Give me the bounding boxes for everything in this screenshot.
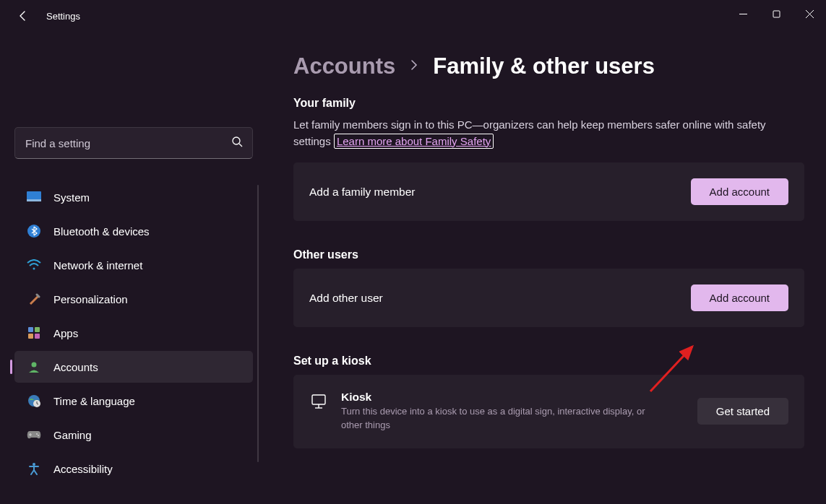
svg-rect-10 [28,327,33,332]
bluetooth-icon [26,223,42,239]
kiosk-get-started-button[interactable]: Get started [697,398,788,425]
sidebar-item-system[interactable]: System [14,181,253,213]
add-other-user-card: Add other user Add account [293,269,804,327]
family-description: Let family members sign in to this PC—or… [293,117,804,149]
other-users-heading: Other users [293,248,804,261]
add-other-user-label: Add other user [309,292,383,305]
search-input[interactable] [14,127,253,159]
sidebar-item-gaming[interactable]: Gaming [14,419,253,451]
minimize-icon [739,10,747,18]
sidebar-item-accessibility[interactable]: Accessibility [14,453,253,485]
svg-point-9 [33,268,35,270]
svg-rect-11 [35,327,40,332]
family-safety-link[interactable]: Learn more about Family Safety [334,134,494,149]
maximize-icon [773,10,780,18]
sidebar-item-time[interactable]: Time & language [14,385,253,417]
add-other-account-button[interactable]: Add account [691,284,788,311]
breadcrumb: Accounts Family & other users [293,53,804,79]
svg-point-18 [38,435,39,436]
svg-rect-1 [773,11,780,17]
sidebar-item-network[interactable]: Network & internet [14,249,253,281]
sidebar-item-label: Gaming [53,429,92,441]
window-controls [726,0,826,27]
sidebar-item-label: Apps [53,327,78,339]
svg-rect-13 [35,334,40,339]
add-family-label: Add a family member [309,186,415,199]
gaming-icon [26,427,42,443]
main-content: Accounts Family & other users Your famil… [267,32,826,504]
arrow-left-icon [17,10,29,22]
sidebar-item-label: Accounts [53,361,98,373]
add-family-account-button[interactable]: Add account [691,178,788,205]
svg-point-19 [33,463,35,466]
kiosk-icon [309,392,328,411]
sidebar-item-label: Bluetooth & devices [53,225,150,238]
sidebar-item-label: Time & language [53,395,135,407]
breadcrumb-current: Family & other users [433,53,655,79]
search-container [14,127,253,159]
family-heading: Your family [293,97,804,110]
maximize-button[interactable] [760,0,793,27]
sidebar-item-accounts[interactable]: Accounts [14,351,253,383]
minimize-button[interactable] [726,0,760,27]
globe-icon [26,393,42,409]
svg-rect-7 [27,199,41,201]
nav-list: System Bluetooth & devices Network & int… [9,179,259,504]
titlebar: Settings [0,0,826,32]
kiosk-title: Kiosk [341,391,652,404]
svg-point-17 [36,433,38,435]
sidebar: System Bluetooth & devices Network & int… [0,32,267,504]
add-family-card: Add a family member Add account [293,162,804,221]
kiosk-heading: Set up a kiosk [293,355,804,368]
kiosk-card: Kiosk Turn this device into a kiosk to u… [293,375,804,448]
svg-rect-12 [28,334,33,339]
svg-rect-20 [312,395,325,404]
sidebar-item-label: Network & internet [53,259,142,271]
back-button[interactable] [13,6,33,26]
app-title: Settings [46,11,80,22]
sidebar-item-label: Personalization [53,293,128,305]
accessibility-icon [26,461,42,477]
scrollbar-indicator [257,185,259,462]
sidebar-item-label: Accessibility [53,463,113,475]
close-button[interactable] [793,0,826,27]
kiosk-description: Turn this device into a kiosk to use as … [341,405,652,433]
wifi-icon [26,257,42,273]
chevron-right-icon [410,59,418,74]
accounts-icon [26,359,42,375]
sidebar-item-bluetooth[interactable]: Bluetooth & devices [14,215,253,247]
breadcrumb-parent[interactable]: Accounts [293,53,395,79]
sidebar-item-label: System [53,191,90,204]
apps-icon [26,325,42,341]
svg-point-14 [32,362,37,368]
close-icon [806,10,814,18]
paintbrush-icon [26,291,42,307]
display-icon [26,189,42,205]
sidebar-item-apps[interactable]: Apps [14,317,253,349]
sidebar-item-personalization[interactable]: Personalization [14,283,253,315]
